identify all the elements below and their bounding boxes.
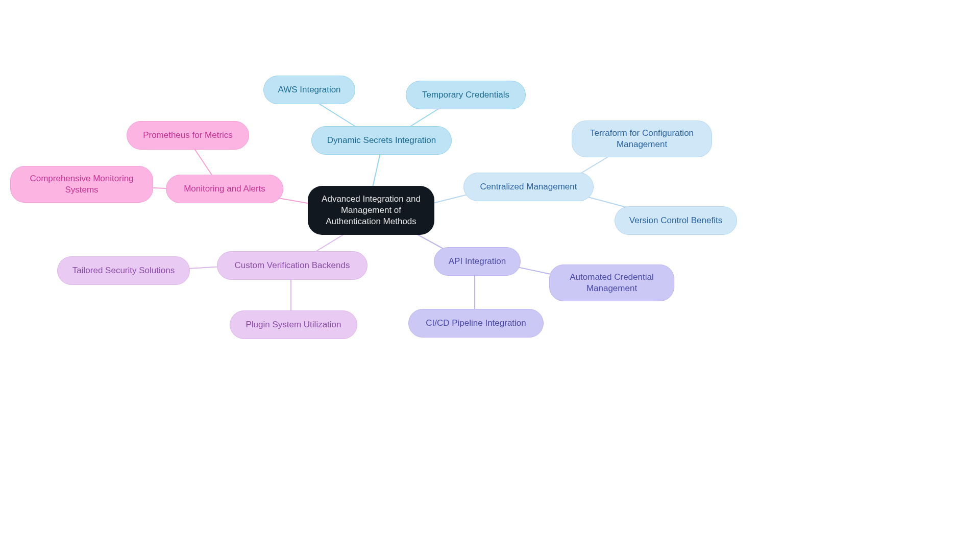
node-comprehensive: Comprehensive Monitoring Systems	[10, 166, 153, 203]
node-dynamic-label: Dynamic Secrets Integration	[327, 135, 436, 146]
node-prometheus-label: Prometheus for Metrics	[143, 130, 233, 141]
node-prometheus: Prometheus for Metrics	[127, 121, 249, 150]
node-auto-label: Automated Credential Management	[570, 272, 653, 294]
node-tailored: Tailored Security Solutions	[57, 256, 190, 285]
node-auto: Automated Credential Management	[549, 265, 674, 301]
node-dynamic: Dynamic Secrets Integration	[311, 126, 452, 155]
svg-line-1	[316, 102, 357, 128]
node-cicd: CI/CD Pipeline Integration	[408, 309, 544, 338]
node-temp: Temporary Credentials	[406, 81, 526, 109]
node-custom-label: Custom Verification Backends	[235, 260, 350, 271]
node-comprehensive-label: Comprehensive Monitoring Systems	[30, 173, 133, 196]
node-aws-label: AWS Integration	[278, 84, 340, 95]
center-node: Advanced Integration and Management of A…	[308, 186, 434, 235]
node-tailored-label: Tailored Security Solutions	[72, 265, 175, 276]
node-api: API Integration	[434, 247, 521, 276]
node-aws: AWS Integration	[263, 76, 355, 104]
node-terraform-label: Terraform for Configuration Management	[590, 128, 694, 150]
node-version-label: Version Control Benefits	[629, 215, 722, 226]
svg-line-13	[194, 148, 214, 179]
node-custom: Custom Verification Backends	[217, 251, 368, 280]
node-monitoring-label: Monitoring and Alerts	[184, 183, 265, 195]
node-api-label: API Integration	[449, 256, 506, 267]
node-terraform: Terraform for Configuration Management	[572, 121, 712, 157]
node-version: Version Control Benefits	[615, 206, 737, 235]
node-plugin-label: Plugin System Utilization	[246, 319, 341, 330]
node-monitoring: Monitoring and Alerts	[166, 175, 283, 203]
node-central-label: Centralized Management	[480, 181, 577, 193]
node-cicd-label: CI/CD Pipeline Integration	[426, 318, 526, 329]
node-plugin: Plugin System Utilization	[230, 310, 357, 339]
node-temp-label: Temporary Credentials	[422, 89, 509, 101]
node-central: Centralized Management	[463, 173, 594, 201]
center-label: Advanced Integration and Management of A…	[322, 194, 421, 227]
